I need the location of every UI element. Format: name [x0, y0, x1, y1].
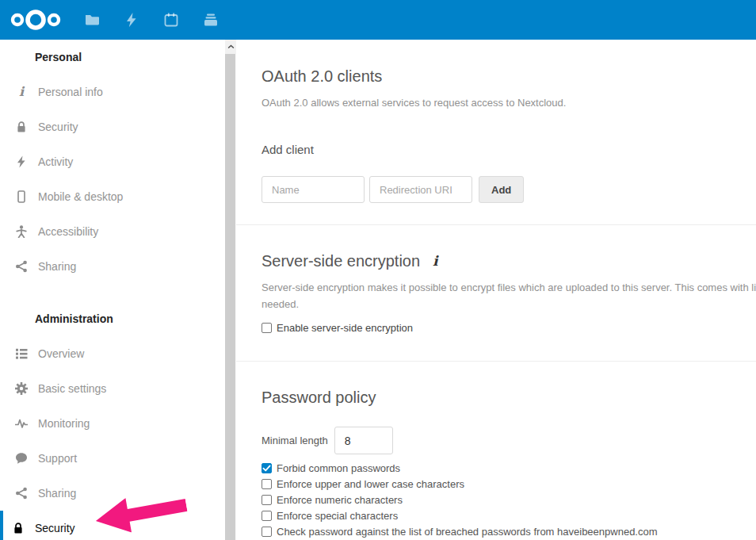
sidebar-item-sharing-admin[interactable]: Sharing [0, 476, 225, 511]
password-policy-title: Password policy [262, 387, 756, 408]
phone-icon [14, 190, 29, 204]
sidebar-item-monitoring[interactable]: Monitoring [0, 406, 225, 441]
encryption-description-line2: needed. [262, 296, 756, 312]
info-icon[interactable]: i [433, 255, 437, 268]
encryption-title: Server-side encryption [262, 251, 420, 271]
client-name-input[interactable] [262, 176, 365, 203]
enable-encryption-label[interactable]: Enable server-side encryption [277, 322, 413, 334]
encryption-section: Server-side encryption i Server-side enc… [236, 224, 756, 361]
nextcloud-logo[interactable] [10, 10, 63, 30]
pulse-icon [14, 416, 29, 431]
share-icon [14, 259, 29, 274]
sidebar-item-security-admin[interactable]: Security [0, 511, 225, 540]
password-policy-options: Forbid common passwords Enforce upper an… [262, 460, 756, 539]
sidebar-item-sharing-personal[interactable]: Sharing [0, 249, 225, 284]
add-client-button[interactable]: Add [479, 176, 524, 203]
enforce-numeric-checkbox[interactable] [262, 495, 272, 505]
top-header-bar [0, 0, 756, 40]
gear-icon [14, 381, 29, 396]
share-icon [14, 486, 29, 500]
oauth-section: OAuth 2.0 clients OAuth 2.0 allows exter… [236, 40, 756, 224]
deck-icon[interactable] [203, 12, 219, 28]
sidebar-caption-administration: Administration [0, 301, 225, 336]
forbid-common-passwords-checkbox[interactable] [262, 463, 272, 473]
policy-row: Check password against the list of breac… [262, 523, 756, 539]
settings-sidebar: Personal i Personal info Security Activi… [0, 40, 225, 540]
minimal-length-input[interactable] [334, 427, 393, 454]
sidebar-item-basic-settings[interactable]: Basic settings [0, 371, 225, 406]
calendar-icon[interactable] [163, 12, 179, 28]
enforce-special-checkbox[interactable] [262, 511, 272, 521]
minimal-length-label: Minimal length [262, 435, 328, 446]
accessibility-icon [14, 224, 29, 239]
settings-content: OAuth 2.0 clients OAuth 2.0 allows exter… [236, 40, 756, 540]
password-policy-section: Password policy Minimal length Forbid co… [236, 361, 756, 539]
files-folder-icon[interactable] [84, 12, 100, 28]
list-icon [14, 347, 29, 361]
sidebar-item-support[interactable]: Support [0, 441, 225, 476]
info-icon: i [14, 85, 29, 99]
sidebar-item-activity[interactable]: Activity [0, 144, 225, 179]
sidebar-item-personal-info[interactable]: i Personal info [0, 75, 225, 109]
sidebar-item-mobile-desktop[interactable]: Mobile & desktop [0, 179, 225, 214]
encryption-description-line1: Server-side encryption makes it possible… [262, 279, 756, 296]
lock-icon [11, 521, 25, 535]
sidebar-item-accessibility[interactable]: Accessibility [0, 214, 225, 249]
policy-row: Enforce upper and lower case characters [262, 476, 756, 492]
add-client-form: Add [262, 176, 756, 203]
sidebar-item-security-personal[interactable]: Security [0, 109, 225, 144]
check-hibp-checkbox[interactable] [262, 527, 272, 537]
scrollbar-up-button[interactable] [225, 40, 236, 54]
scrollbar-thumb[interactable] [225, 54, 235, 540]
app-navigation [72, 12, 231, 28]
oauth-description: OAuth 2.0 allows external services to re… [262, 94, 756, 111]
policy-row: Enforce special characters [262, 507, 756, 523]
sidebar-item-overview[interactable]: Overview [0, 336, 225, 371]
sidebar-caption-personal: Personal [0, 40, 225, 75]
add-client-label: Add client [262, 143, 756, 156]
enforce-case-checkbox[interactable] [262, 479, 272, 489]
lock-icon [14, 120, 29, 134]
lightning-icon [14, 155, 29, 169]
policy-row: Enforce numeric characters [262, 492, 756, 507]
policy-row: Forbid common passwords [262, 460, 756, 476]
redirection-uri-input[interactable] [369, 176, 472, 203]
chat-icon [14, 451, 29, 465]
sidebar-scrollbar [225, 40, 236, 540]
activity-lightning-icon[interactable] [124, 12, 139, 28]
sidebar-section-gap [0, 284, 225, 301]
enable-encryption-checkbox[interactable] [262, 323, 272, 333]
oauth-title: OAuth 2.0 clients [262, 66, 756, 86]
